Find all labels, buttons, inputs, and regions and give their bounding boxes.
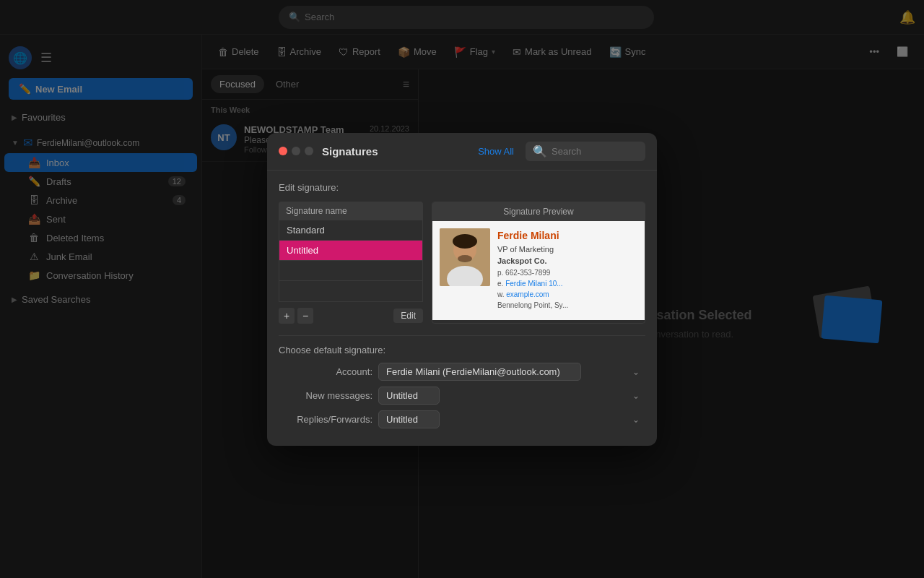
sig-photo [440, 228, 490, 286]
modal-search-input[interactable] [552, 146, 638, 157]
add-signature-button[interactable]: + [279, 308, 295, 324]
edit-signature-label: Edit signature: [279, 182, 645, 193]
replies-select[interactable]: Untitled [378, 410, 440, 428]
replies-select-wrapper: Untitled [378, 410, 645, 428]
sig-item-empty-2 [279, 281, 422, 301]
maximize-dot[interactable] [305, 147, 313, 155]
account-label: Account: [279, 366, 372, 377]
sig-email: e. Ferdie Milani 10... [497, 278, 568, 289]
svg-point-4 [458, 255, 472, 262]
sig-address: Bennelong Point, Sy... [497, 300, 568, 311]
sig-text: Ferdie Milani VP of Marketing Jackspot C… [497, 228, 568, 313]
sig-website: w. example.com [497, 289, 568, 300]
account-row: Account: Ferdie Milani (FerdieMilani@out… [279, 363, 645, 381]
account-select-wrapper: Ferdie Milani (FerdieMilani@outlook.com) [378, 363, 645, 381]
signatures-modal: Signatures Show All 🔍 Edit signature: Si… [267, 133, 657, 446]
sig-preview-header: Signature Preview [432, 202, 645, 221]
person-avatar [440, 228, 490, 286]
modal-header: Signatures Show All 🔍 [267, 133, 657, 171]
modal-traffic-lights [279, 147, 313, 155]
signature-list: Signature name Standard Untitled + − Edi… [279, 202, 423, 324]
show-all-button[interactable]: Show All [478, 146, 514, 157]
svg-point-3 [453, 234, 477, 249]
account-select[interactable]: Ferdie Milani (FerdieMilani@outlook.com) [378, 363, 581, 381]
modal-overlay[interactable]: Signatures Show All 🔍 Edit signature: Si… [0, 0, 924, 578]
sig-website-link[interactable]: example.com [506, 290, 549, 298]
remove-signature-button[interactable]: − [297, 308, 313, 324]
sig-item-standard[interactable]: Standard [279, 220, 422, 241]
signatures-panel: Signature name Standard Untitled + − Edi… [279, 202, 645, 324]
sig-item-untitled[interactable]: Untitled [279, 241, 422, 261]
modal-body: Edit signature: Signature name Standard … [267, 171, 657, 446]
modal-search-icon: 🔍 [533, 144, 547, 158]
sig-item-empty-1 [279, 261, 422, 281]
sig-preview-body: Ferdie Milani VP of Marketing Jackspot C… [432, 221, 645, 320]
sig-list-items: Standard Untitled [279, 220, 423, 302]
sig-person-name: Ferdie Milani [497, 228, 568, 243]
replies-row: Replies/Forwards: Untitled [279, 410, 645, 428]
new-messages-row: New messages: Untitled [279, 387, 645, 405]
new-messages-select-wrapper: Untitled [378, 387, 645, 405]
sig-person-title: VP of Marketing [497, 243, 568, 256]
default-signature-section: Choose default signature: Account: Ferdi… [279, 335, 645, 428]
modal-title: Signatures [322, 145, 378, 158]
new-messages-label: New messages: [279, 390, 372, 401]
minimize-dot[interactable] [292, 147, 300, 155]
edit-signature-button[interactable]: Edit [393, 309, 423, 323]
sig-list-actions: + − Edit [279, 308, 423, 324]
signature-preview-panel: Signature Preview [432, 202, 645, 324]
sig-phone: p. 662-353-7899 [497, 267, 568, 278]
sig-list-header: Signature name [279, 202, 423, 220]
replies-label: Replies/Forwards: [279, 414, 372, 425]
default-sig-title: Choose default signature: [279, 345, 645, 355]
new-messages-select[interactable]: Untitled [378, 387, 440, 405]
modal-search[interactable]: 🔍 [526, 142, 645, 161]
sig-person-company: Jackspot Co. [497, 255, 568, 267]
close-dot[interactable] [279, 147, 287, 155]
sig-email-link[interactable]: Ferdie Milani 10... [505, 280, 562, 288]
